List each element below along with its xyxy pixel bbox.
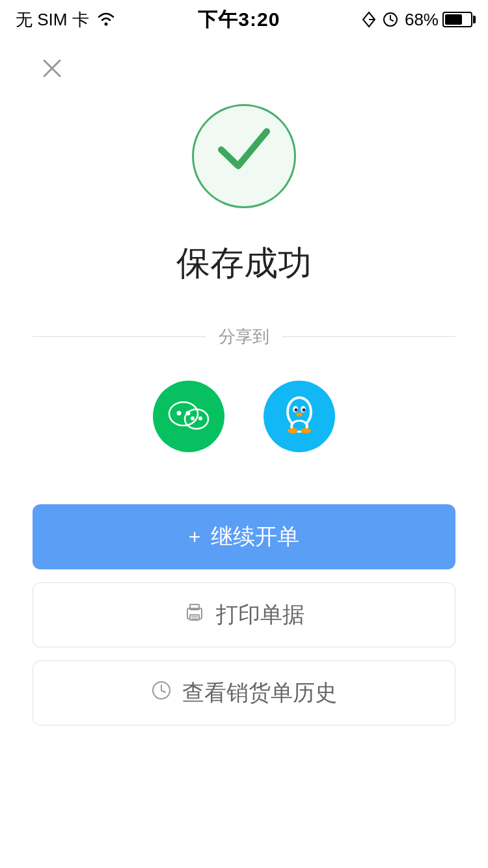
svg-point-9: [198, 416, 202, 420]
action-buttons: + 继续开单 打印单据: [33, 504, 455, 726]
svg-point-8: [191, 416, 195, 420]
battery-icon: [442, 12, 472, 27]
share-icons: [153, 381, 335, 452]
status-bar: 无 SIM 卡 下午3:20 68%: [0, 0, 488, 39]
wechat-share-button[interactable]: [153, 381, 224, 452]
battery-container: 68%: [405, 10, 472, 30]
check-mark-icon: [215, 124, 273, 184]
wechat-icon: [167, 397, 211, 436]
history-button[interactable]: 查看销货单历史: [33, 660, 455, 726]
qq-icon: [278, 394, 321, 439]
svg-point-20: [301, 428, 311, 433]
svg-point-6: [177, 411, 182, 416]
svg-point-7: [186, 411, 191, 416]
svg-point-4: [169, 402, 198, 426]
svg-point-16: [296, 413, 303, 416]
print-label: 打印单据: [216, 600, 305, 630]
success-title: 保存成功: [176, 241, 312, 286]
success-circle: [192, 104, 296, 208]
location-icon: [362, 11, 376, 28]
divider-right: [282, 336, 455, 337]
history-icon: [151, 680, 172, 706]
plus-icon: +: [189, 525, 201, 549]
qq-share-button[interactable]: [264, 381, 335, 452]
continue-button[interactable]: + 继续开单: [33, 504, 455, 569]
history-label: 查看销货单历史: [182, 678, 337, 708]
svg-point-0: [104, 23, 107, 26]
status-right: 68%: [362, 10, 472, 30]
share-label: 分享到: [219, 325, 269, 348]
svg-point-15: [302, 409, 305, 412]
clock-icon: [383, 12, 398, 27]
close-icon: [40, 57, 64, 80]
battery-text: 68%: [405, 10, 439, 30]
status-left: 无 SIM 卡: [16, 8, 116, 31]
wifi-icon: [96, 12, 116, 27]
share-divider: 分享到: [33, 325, 455, 348]
battery-fill: [445, 14, 462, 25]
svg-point-14: [294, 409, 297, 412]
printer-icon: [183, 602, 206, 628]
carrier-text: 无 SIM 卡: [16, 8, 89, 31]
print-button[interactable]: 打印单据: [33, 582, 455, 647]
svg-point-19: [288, 428, 298, 433]
continue-label: 继续开单: [211, 522, 299, 552]
divider-left: [33, 336, 206, 337]
time-display: 下午3:20: [198, 7, 280, 33]
svg-rect-23: [190, 615, 199, 620]
close-button[interactable]: [33, 49, 72, 88]
main-content: 保存成功 分享到: [0, 39, 488, 726]
